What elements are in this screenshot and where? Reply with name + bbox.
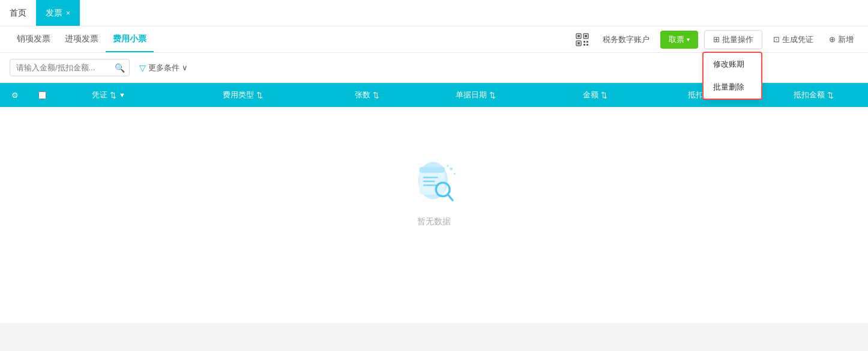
sub-tabs-right: 税务数字账户 取票 ▾ ⊞ 批量操作 修改账期 批量删除 ⊡ 生成凭证 (573, 30, 858, 49)
th-count[interactable]: 张数 ⇅ (322, 83, 412, 107)
main-content: ⚙ 凭证 ⇅ ▼ 费用类型 ⇅ 张数 ⇅ 单据日期 ⇅ 金额 ⇅ 抵扣率 ⇅ (0, 83, 868, 323)
take-ticket-button[interactable]: 取票 ▾ (660, 31, 698, 49)
invoice-tab-label: 发票 (46, 8, 62, 19)
batch-dropdown-menu: 修改账期 批量删除 (702, 52, 762, 100)
batch-delete-label: 批量删除 (713, 82, 744, 91)
th-voucher[interactable]: 凭证 ⇅ ▼ (54, 83, 163, 107)
th-expense-type[interactable]: 费用类型 ⇅ (163, 83, 322, 107)
th-count-sort: ⇅ (373, 91, 379, 100)
th-amount[interactable]: 金额 ⇅ (540, 83, 649, 107)
add-button[interactable]: ⊕ 新增 (824, 34, 858, 45)
batch-icon: ⊞ (713, 35, 720, 44)
svg-rect-6 (583, 41, 585, 43)
top-nav: 首页 发票 × (0, 0, 868, 26)
invoice-tab[interactable]: 发票 × (36, 0, 80, 26)
svg-rect-13 (423, 177, 438, 178)
filter-label: 更多条件 (148, 63, 179, 73)
th-deduct-label: 抵扣金额 (794, 90, 825, 100)
svg-rect-14 (423, 181, 435, 182)
add-label: 新增 (838, 34, 854, 45)
search-input[interactable] (10, 59, 130, 76)
funnel-icon: ▽ (139, 63, 146, 73)
filter-arrow: ∨ (182, 63, 188, 72)
svg-line-17 (448, 194, 453, 200)
settings-icon: ⚙ (11, 91, 19, 100)
svg-rect-3 (585, 35, 587, 37)
batch-operation-button[interactable]: ⊞ 批量操作 (704, 30, 762, 49)
th-date-sort: ⇅ (489, 91, 496, 100)
th-date-label: 单据日期 (456, 90, 487, 100)
th-count-label: 张数 (355, 90, 370, 100)
th-date[interactable]: 单据日期 ⇅ (411, 83, 540, 107)
sub-tabs-left: 销项发票 进项发票 费用小票 (10, 26, 154, 52)
modify-period-item[interactable]: 修改账期 (704, 53, 761, 76)
qr-button[interactable] (573, 30, 592, 49)
tab-purchase[interactable]: 进项发票 (58, 26, 106, 52)
take-ticket-arrow: ▾ (687, 36, 690, 43)
svg-rect-7 (586, 41, 588, 43)
generate-voucher-label: 生成凭证 (782, 34, 813, 45)
batch-dropdown-wrapper: ⊞ 批量操作 修改账期 批量删除 (704, 30, 762, 49)
filter-button[interactable]: ▽ 更多条件 ∨ (139, 63, 188, 73)
search-input-wrapper: 🔍 (10, 59, 130, 76)
empty-text: 暂无数据 (417, 216, 451, 227)
tax-account-label: 税务数字账户 (603, 35, 649, 44)
svg-point-20 (447, 165, 448, 166)
empty-state: 暂无数据 (0, 107, 868, 251)
qr-icon (576, 33, 589, 46)
th-expense-type-sort: ⇅ (256, 91, 263, 100)
th-amount-sort: ⇅ (601, 91, 607, 100)
th-expense-type-label: 费用类型 (223, 90, 254, 100)
home-tab[interactable]: 首页 (0, 0, 36, 26)
svg-rect-5 (577, 42, 580, 44)
take-ticket-label: 取票 (669, 34, 684, 45)
tab-sales-label: 销项发票 (17, 34, 50, 44)
tab-sales[interactable]: 销项发票 (10, 26, 58, 52)
tax-account-button[interactable]: 税务数字账户 (598, 34, 654, 45)
invoice-tab-close[interactable]: × (66, 9, 70, 17)
batch-delete-item[interactable]: 批量删除 (704, 76, 761, 99)
svg-point-19 (454, 172, 456, 174)
th-settings[interactable]: ⚙ (0, 83, 30, 107)
th-voucher-sort: ⇅ (110, 91, 116, 100)
tab-expense[interactable]: 费用小票 (106, 26, 154, 52)
modify-period-label: 修改账期 (713, 60, 744, 69)
svg-rect-8 (583, 44, 585, 46)
home-label: 首页 (10, 8, 26, 19)
empty-illustration (404, 155, 464, 209)
generate-icon: ⊡ (773, 35, 780, 44)
svg-rect-12 (419, 167, 445, 173)
tab-purchase-label: 进项发票 (65, 34, 98, 44)
th-amount-label: 金额 (583, 90, 598, 100)
add-icon: ⊕ (829, 35, 836, 44)
svg-rect-15 (423, 185, 437, 186)
svg-rect-9 (586, 44, 588, 46)
search-icon[interactable]: 🔍 (115, 63, 125, 73)
th-checkbox[interactable] (30, 83, 54, 107)
select-all-checkbox[interactable] (38, 91, 46, 99)
svg-point-18 (450, 167, 453, 170)
tab-expense-label: 费用小票 (113, 34, 146, 44)
sub-tabs-bar: 销项发票 进项发票 费用小票 税务数字账户 (0, 26, 868, 53)
batch-operation-label: 批量操作 (722, 34, 753, 45)
th-deduct[interactable]: 抵扣金额 ⇅ (759, 83, 868, 107)
th-voucher-filter-icon: ▼ (119, 91, 125, 99)
th-deduct-sort: ⇅ (827, 91, 834, 100)
svg-rect-1 (577, 35, 580, 37)
th-voucher-label: 凭证 (92, 90, 107, 100)
generate-voucher-button[interactable]: ⊡ 生成凭证 (768, 34, 818, 45)
